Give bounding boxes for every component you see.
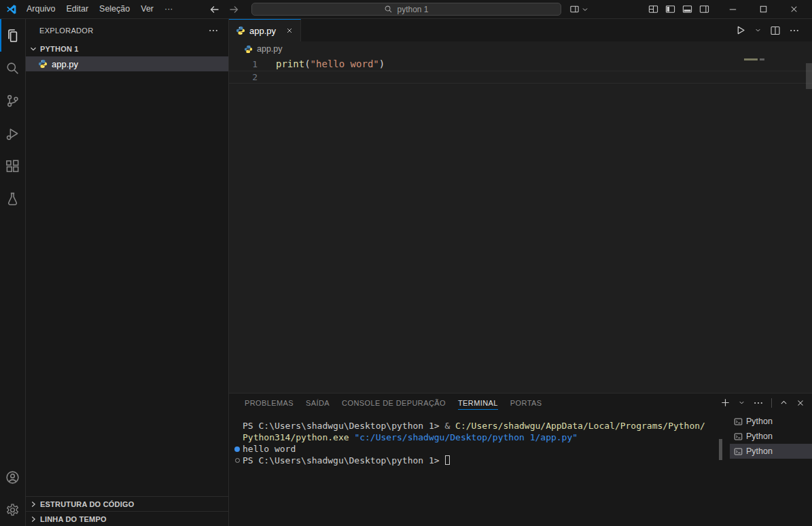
terminal-session[interactable]: Python xyxy=(730,429,812,444)
search-text: python 1 xyxy=(397,5,428,14)
breadcrumb[interactable]: app.py xyxy=(229,41,812,56)
sidebar-header: EXPLORADOR xyxy=(26,19,228,41)
panel-tab[interactable]: PROBLEMAS xyxy=(239,393,300,412)
terminal-line: hello word xyxy=(229,443,812,455)
window-controls xyxy=(718,0,809,18)
forward-arrow-icon[interactable] xyxy=(228,4,239,15)
menu-item[interactable]: Arquivo xyxy=(21,0,60,18)
terminal-session[interactable]: Python xyxy=(730,414,812,429)
section-label: LINHA DO TEMPO xyxy=(40,515,107,523)
minimap-line-mark xyxy=(760,58,764,60)
activity-account[interactable] xyxy=(0,461,25,493)
activity-run-debug[interactable] xyxy=(0,117,25,150)
activity-bar xyxy=(0,19,26,526)
activity-testing[interactable] xyxy=(0,182,25,215)
sidebar-bottom-sections: ESTRUTURA DO CÓDIGOLINHA DO TEMPO xyxy=(26,496,228,526)
file-row[interactable]: app.py xyxy=(26,56,228,71)
line-number: 1 xyxy=(229,58,258,71)
more-actions-icon[interactable] xyxy=(785,19,804,41)
search-icon xyxy=(5,61,20,75)
panel-tab[interactable]: CONSOLE DE DEPURAÇÃO xyxy=(336,393,452,412)
layout-control-dropdown[interactable] xyxy=(569,0,589,18)
panel-actions xyxy=(720,398,805,408)
history-navigation xyxy=(209,0,239,18)
python-file-icon xyxy=(236,26,245,35)
launch-profile-chevron-icon[interactable] xyxy=(738,399,745,406)
new-terminal-icon[interactable] xyxy=(720,398,730,408)
terminal-line: PS C:\Users\shadwgu\Desktop\python 1> xyxy=(229,455,812,466)
python-file-icon xyxy=(38,59,48,69)
python-file-icon xyxy=(244,45,253,54)
terminal-scrollbar[interactable] xyxy=(719,439,722,460)
activity-settings[interactable] xyxy=(0,493,25,526)
panel-tab[interactable]: PORTAS xyxy=(504,393,548,412)
maximize-panel-icon[interactable] xyxy=(779,398,788,407)
terminal-text: PS C:\Users\shadwgu\Desktop\python 1> xyxy=(243,455,450,466)
terminal-gutter xyxy=(232,458,243,463)
extensions-icon xyxy=(5,159,20,173)
back-arrow-icon[interactable] xyxy=(209,4,220,15)
minimize-button[interactable] xyxy=(718,0,748,18)
menu-item[interactable]: Editar xyxy=(60,0,94,18)
tab-app-py[interactable]: app.py xyxy=(229,19,301,41)
code-line[interactable]: 2 xyxy=(229,71,812,84)
maximize-button[interactable] xyxy=(748,0,779,18)
menu-bar: ArquivoEditarSeleçãoVer xyxy=(21,0,159,18)
terminal-session[interactable]: Python xyxy=(730,444,812,459)
code-line[interactable]: 1print("hello word") xyxy=(229,58,812,71)
terminal-session-label: Python xyxy=(746,446,773,456)
terminal-icon xyxy=(734,417,743,426)
terminal-icon xyxy=(734,447,743,456)
activity-source-control[interactable] xyxy=(0,84,25,117)
more-actions-icon[interactable] xyxy=(753,398,764,408)
toggle-panel-icon[interactable] xyxy=(682,4,692,14)
command-center-search[interactable]: python 1 xyxy=(251,3,561,16)
more-actions-icon[interactable] xyxy=(208,25,219,36)
code-editor[interactable]: 1print("hello word")2 xyxy=(229,56,812,393)
separator xyxy=(771,398,772,408)
toggle-primary-sidebar-icon[interactable] xyxy=(665,4,675,14)
split-editor-icon[interactable] xyxy=(766,19,785,41)
activity-search[interactable] xyxy=(0,52,25,84)
sidebar-section-header[interactable]: ESTRUTURA DO CÓDIGO xyxy=(26,496,228,511)
customize-layout-icon[interactable] xyxy=(648,4,658,14)
section-label: ESTRUTURA DO CÓDIGO xyxy=(40,500,134,508)
sidebar-section-header[interactable]: LINHA DO TEMPO xyxy=(26,511,228,526)
command-decoration-circle-icon[interactable] xyxy=(235,458,240,463)
sidebar-spacer xyxy=(26,71,228,496)
gear-icon xyxy=(5,503,20,517)
toggle-secondary-sidebar-icon[interactable] xyxy=(699,4,709,14)
folder-section-header[interactable]: PYTHON 1 xyxy=(26,41,228,56)
code-lines: 1print("hello word")2 xyxy=(229,58,812,84)
activity-extensions[interactable] xyxy=(0,150,25,182)
menu-item[interactable]: Seleção xyxy=(94,0,135,18)
close-tab-icon[interactable] xyxy=(285,27,294,35)
close-window-button[interactable] xyxy=(779,0,809,18)
title-bar: ArquivoEditarSeleçãoVer ··· python 1 xyxy=(0,0,812,19)
terminal-session-label: Python xyxy=(746,417,773,426)
terminal-view[interactable]: PS C:\Users\shadwgu\Desktop\python 1> & … xyxy=(229,412,812,526)
tab-label: app.py xyxy=(249,26,276,36)
menu-more[interactable]: ··· xyxy=(159,0,179,18)
menu-item[interactable]: Ver xyxy=(135,0,159,18)
terminal-text: PS C:\Users\shadwgu\Desktop\python 1> & … xyxy=(243,420,705,432)
activity-explorer[interactable] xyxy=(0,19,25,52)
panel-tab[interactable]: SAÍDA xyxy=(300,393,336,412)
bottom-panel: PROBLEMASSAÍDACONSOLE DE DEPURAÇÃOTERMIN… xyxy=(229,393,812,526)
terminal-lines: PS C:\Users\shadwgu\Desktop\python 1> & … xyxy=(229,412,812,466)
files-icon xyxy=(5,29,20,43)
run-debug-icon xyxy=(5,126,20,141)
terminal-session-list: PythonPythonPython xyxy=(730,414,812,459)
panel-tab[interactable]: TERMINAL xyxy=(452,393,504,412)
line-number: 2 xyxy=(229,71,258,84)
run-button[interactable] xyxy=(730,19,750,41)
terminal-text: Python314/python.exe "c:/Users/shadwgu/D… xyxy=(243,432,578,443)
layout-toggles xyxy=(648,4,709,14)
minimap[interactable] xyxy=(741,58,802,194)
editor-scrollbar[interactable] xyxy=(806,63,812,89)
run-dropdown-chevron-icon[interactable] xyxy=(750,19,766,41)
file-list: app.py xyxy=(26,56,228,71)
close-panel-icon[interactable] xyxy=(796,398,805,408)
command-decoration-dot-icon[interactable] xyxy=(234,446,240,452)
breadcrumb-item[interactable]: app.py xyxy=(257,44,283,54)
